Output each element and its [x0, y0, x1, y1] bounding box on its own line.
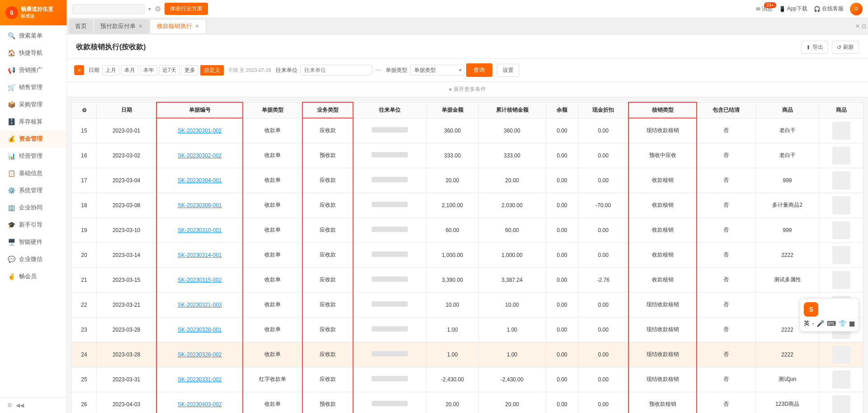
- gear-icon[interactable]: ⚙: [155, 5, 161, 13]
- doc-link[interactable]: SK-20230315-002: [178, 277, 222, 283]
- cell-doctype: 收款单: [243, 218, 302, 242]
- app-download-button[interactable]: 📱 App下载: [779, 5, 807, 13]
- cell-biztype: 应收款: [302, 193, 353, 218]
- col-header-goods1[interactable]: 商品: [755, 102, 819, 118]
- date-btn-this-month[interactable]: 本月: [121, 65, 138, 76]
- cell-goods2: [819, 342, 863, 367]
- export-button[interactable]: ⬆ 导出: [801, 41, 828, 54]
- cell-discount: 0.00: [578, 118, 628, 143]
- filter-toggle-button[interactable]: »: [74, 65, 84, 75]
- doctype-select[interactable]: 单据类型: [410, 65, 464, 76]
- doc-link[interactable]: SK-20230301-002: [178, 128, 222, 134]
- col-header-amount[interactable]: 单据金额: [426, 102, 478, 118]
- partner-input[interactable]: [300, 65, 373, 76]
- cell-goods1: 测试多属性: [755, 267, 819, 292]
- doc-link[interactable]: SK-20230310-001: [178, 227, 222, 233]
- col-header-date[interactable]: 日期: [97, 102, 157, 118]
- headset-icon: 🎧: [814, 6, 821, 12]
- float-mic-icon[interactable]: 🎤: [816, 320, 824, 327]
- doc-link[interactable]: SK-20230302-002: [178, 152, 222, 159]
- cell-canceltype: 收款核销: [628, 242, 697, 267]
- date-btn-this-year[interactable]: 本年: [140, 65, 157, 76]
- sidebar-item-wechat[interactable]: 💬 企业微信: [0, 251, 66, 268]
- table-row: 23 2023-03-28 SK-20230328-001 收款单 应收款 1.…: [72, 317, 863, 342]
- col-header-canceltype[interactable]: 核销类型: [628, 102, 697, 118]
- cell-no: 24: [72, 342, 97, 367]
- col-header-partner[interactable]: 往来单位: [353, 102, 427, 118]
- float-grid-icon[interactable]: ▦: [849, 320, 855, 327]
- doc-link[interactable]: SK-20230403-002: [178, 401, 222, 408]
- tab-prepay-close[interactable]: ✕: [138, 23, 143, 29]
- col-header-doctype[interactable]: 单据类型: [243, 102, 302, 118]
- col-header-docno[interactable]: 单据编号: [156, 102, 243, 118]
- sidebar-item-system[interactable]: ⚙️ 系统管理: [0, 182, 66, 199]
- sidebar-item-quicknav[interactable]: 🏠 快捷导航: [0, 44, 66, 62]
- col-header-discount[interactable]: 现金折扣: [578, 102, 628, 118]
- sidebar-item-sales[interactable]: 🛒 销售管理: [0, 79, 66, 96]
- doc-link[interactable]: SK-20230321-003: [178, 302, 222, 308]
- page-content: 收款核销执行(按收款) ⬆ 导出 ↺ 刷新 » 日期 上月 本月 本: [67, 34, 868, 413]
- cell-canceltype: 现结收款核销: [628, 292, 697, 317]
- sidebar-item-member[interactable]: ✌️ 畅会员: [0, 268, 66, 285]
- cell-docno: SK-20230315-002: [156, 267, 243, 292]
- tab-expand-icon[interactable]: ⊡: [862, 23, 866, 29]
- plan-button[interactable]: 体验行业方案: [165, 3, 208, 15]
- cell-canceltype: 现结收款核销: [628, 342, 697, 367]
- cell-amount: 20.00: [426, 168, 478, 193]
- doc-link[interactable]: SK-20230304-001: [178, 177, 222, 184]
- tab-prepay[interactable]: 预付款应付单 ✕: [94, 19, 149, 33]
- doc-link[interactable]: SK-20230314-001: [178, 252, 222, 258]
- cell-canceltype: 现结收款核销: [628, 118, 697, 143]
- sidebar-item-search[interactable]: 🔍 搜索菜单: [0, 27, 66, 44]
- date-btn-custom[interactable]: 自定义: [200, 65, 224, 76]
- table-area[interactable]: ⚙ 日期 单据编号 单据类型 业务类型 往来单位 单据金额 累计核销金额 余额 …: [67, 97, 868, 413]
- refresh-button[interactable]: ↺ 刷新: [832, 41, 859, 54]
- tab-close-all-icon[interactable]: ✕: [855, 23, 860, 29]
- cell-accum: 60.00: [478, 218, 546, 242]
- sidebar-item-basic[interactable]: 📋 基础信息: [0, 165, 66, 182]
- search-icon: 🔍: [7, 32, 15, 39]
- cell-biztype: 应收款: [302, 367, 353, 392]
- sidebar-item-finance[interactable]: 💰 资金管理: [0, 130, 66, 147]
- float-text-icon[interactable]: 英: [804, 319, 810, 328]
- col-header-goods2[interactable]: 商品: [819, 102, 863, 118]
- sidebar-item-operations[interactable]: 📊 经营管理: [0, 147, 66, 165]
- col-header-accum[interactable]: 累计核销金额: [478, 102, 546, 118]
- table-row: 25 2023-03-31 SK-20230331-002 红字收款单 应收款 …: [72, 367, 863, 392]
- date-btn-last-month[interactable]: 上月: [102, 65, 119, 76]
- float-shirt-icon[interactable]: 👕: [839, 320, 846, 327]
- doc-link[interactable]: SK-20230328-001: [178, 327, 222, 333]
- float-keyboard-icon[interactable]: ⌨: [827, 320, 836, 327]
- online-service-button[interactable]: 🎧 在线客服: [814, 5, 844, 13]
- col-header-settings[interactable]: ⚙: [72, 102, 97, 118]
- tab-home[interactable]: 首页: [69, 19, 93, 33]
- sidebar-item-marketing[interactable]: 📢 营销推广: [0, 62, 66, 79]
- tab-receipt-close[interactable]: ✕: [195, 23, 199, 29]
- sidebar-item-inventory[interactable]: 🗄️ 库存核算: [0, 113, 66, 130]
- float-dot-icon[interactable]: •: [812, 322, 814, 326]
- doc-link[interactable]: SK-20230331-002: [178, 376, 222, 383]
- message-button[interactable]: ✉ 消息 99+: [756, 5, 773, 13]
- sidebar-item-purchase[interactable]: 📦 采购管理: [0, 96, 66, 113]
- cell-goods1: 999: [755, 168, 819, 193]
- expand-more-button[interactable]: ▾ 展开更多条件: [445, 84, 490, 95]
- cell-biztype: 预收款: [302, 392, 353, 413]
- user-avatar[interactable]: R: [850, 3, 863, 15]
- cell-canceltype: 预收款核销: [628, 392, 697, 413]
- date-btn-more[interactable]: 更多: [181, 65, 198, 76]
- date-btn-7days[interactable]: 近7天: [159, 65, 179, 76]
- doc-link[interactable]: SK-20230308-001: [178, 202, 222, 209]
- sidebar-item-guide[interactable]: 🎓 新手引导: [0, 216, 66, 233]
- sidebar-footer[interactable]: ⚙ ◀◀: [0, 397, 66, 413]
- col-header-balance[interactable]: 余额: [546, 102, 578, 118]
- breadcrumb-input[interactable]: [72, 4, 145, 14]
- col-header-included[interactable]: 包含已结清: [697, 102, 755, 118]
- doc-link[interactable]: SK-20230328-002: [178, 351, 222, 358]
- sidebar-item-enterprise[interactable]: 🏢 企业协同: [0, 199, 66, 216]
- settings-button[interactable]: 设置: [497, 64, 519, 77]
- sidebar-item-hardware[interactable]: 🖥️ 智能硬件: [0, 233, 66, 251]
- col-header-biztype[interactable]: 业务类型: [302, 102, 353, 118]
- tab-receipt[interactable]: 收款核销执行 ✕: [150, 19, 206, 33]
- query-button[interactable]: 查询: [466, 63, 492, 77]
- cell-goods2: [819, 242, 863, 267]
